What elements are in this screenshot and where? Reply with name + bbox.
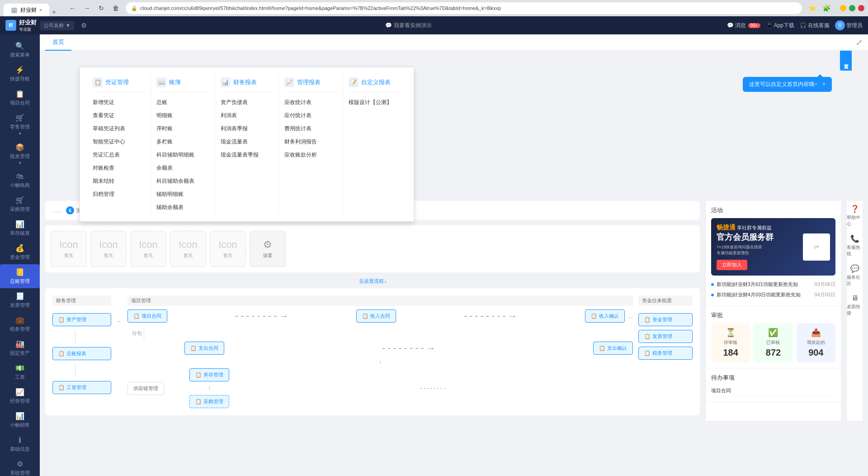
sidebar-item-ecommerce[interactable]: 🛍 小畅电商 — [0, 169, 40, 192]
join-button[interactable]: 立即加入 — [717, 260, 747, 270]
forward-button[interactable]: → — [80, 2, 93, 14]
rs-desktop[interactable]: 🖥 桌面快捷 — [847, 294, 863, 316]
rs-hotline[interactable]: 📞 客服热线 — [847, 234, 863, 257]
menu-item-balance-sheet[interactable]: 资产负债表 — [221, 96, 273, 109]
back-button[interactable]: ← — [66, 2, 79, 14]
income-contract-box[interactable]: 📋 收入合同 — [356, 309, 396, 323]
sidebar-item-operations[interactable]: 📈 经营管理 — [0, 384, 40, 408]
menu-item-detail-ledger[interactable]: 明细账 — [156, 109, 209, 122]
invoice-mgmt-box[interactable]: 📋 发票管理 — [638, 330, 693, 343]
purchase-box[interactable]: 📋 采购管理 — [189, 395, 229, 408]
menu-item-aux-balance[interactable]: 辅助余额表 — [156, 201, 209, 214]
user-menu[interactable]: 管 管理员 — [835, 20, 863, 30]
fund-mgmt-box[interactable]: 📋 资金管理 — [638, 313, 693, 326]
menu-item-period-end[interactable]: 期末结转 — [93, 175, 145, 188]
menu-item-sequential[interactable]: 序时账 — [156, 122, 209, 135]
active-tab[interactable]: 🏢 好业财 × — [4, 4, 49, 16]
bookmark-button[interactable]: ⭐ — [806, 2, 818, 14]
icon-cell-2[interactable]: Icon 暂无 — [90, 231, 127, 267]
tab-home[interactable]: 首页 — [45, 34, 71, 51]
online-service-button[interactable]: 🎧 在线客服 — [800, 22, 830, 29]
menu-item-income-statement[interactable]: 利润表 — [221, 109, 273, 122]
expense-contract-box[interactable]: 📋 支出合同 — [184, 342, 224, 355]
minimize-button[interactable] — [840, 5, 846, 11]
sidebar-item-system[interactable]: ⚙ 系统管理 — [0, 456, 40, 476]
menu-item-cash-flow-quarterly[interactable]: 现金流量表季报 — [221, 148, 273, 162]
expand-icon[interactable]: ⤢ — [856, 38, 863, 48]
menu-item-smart-voucher[interactable]: 智能凭证中心 — [93, 135, 145, 148]
close-button[interactable] — [858, 5, 864, 11]
approval-card-pending[interactable]: ⏳ 待审核 184 — [711, 323, 750, 362]
menu-item-subject-balance[interactable]: 科目辅助余额表 — [156, 175, 209, 188]
tax-mgmt-box[interactable]: 📋 税务管理 — [638, 347, 693, 360]
menu-item-income-quarterly[interactable]: 利润表季报 — [221, 122, 273, 135]
menu-item-ar-analysis[interactable]: 应收账款分析 — [284, 148, 337, 162]
address-bar[interactable]: 🔒 cloud.chanjet.com/cc/u6d89qwnryel/57bf… — [126, 2, 802, 14]
expense-confirm-box[interactable]: 📋 支出确认 — [593, 342, 633, 355]
inventory-box[interactable]: 📋 库存管理 — [189, 368, 229, 381]
menu-item-reconcile[interactable]: 对账检查 — [93, 162, 145, 175]
menu-item-archive[interactable]: 归档管理 — [93, 188, 145, 201]
home-button[interactable]: 🗑 — [109, 2, 122, 14]
sidebar-item-project-contract[interactable]: 📋 项目合同 — [0, 86, 40, 110]
menu-item-draft-voucher[interactable]: 草稿凭证列表 — [93, 122, 145, 135]
menu-item-balance[interactable]: 余额表 — [156, 162, 209, 175]
maximize-button[interactable] — [849, 5, 855, 11]
payroll-box[interactable]: 📋 工资管理 — [52, 381, 111, 394]
tab-close-button[interactable]: × — [39, 8, 42, 13]
sidebar-item-inventory[interactable]: 📊 库存核算 — [0, 216, 40, 240]
general-ledger-box[interactable]: 📋 总账报表 — [52, 347, 111, 360]
sidebar-item-fund[interactable]: 💰 资金管理 — [0, 240, 40, 264]
company-selector[interactable]: 公司名称 ▼ — [40, 21, 74, 30]
icon-cell-5[interactable]: Icon 暂无 — [210, 231, 246, 267]
asset-box[interactable]: 📋 资产管理 — [52, 313, 111, 326]
icon-cell-4[interactable]: Icon 暂无 — [170, 231, 206, 267]
project-contract-box[interactable]: 📋 项目合同 — [127, 309, 167, 323]
menu-item-cash-flow[interactable]: 现金流量表 — [221, 135, 273, 148]
menu-item-new-voucher[interactable]: 新增凭证 — [93, 96, 145, 109]
sidebar-item-purchase[interactable]: 🛒 采购管理 — [0, 192, 40, 216]
menu-item-multi-column[interactable]: 多栏账 — [156, 135, 209, 148]
news-item-1[interactable]: 新功能|好业财3月6日功能更新抢先知 03月06日 — [711, 279, 835, 290]
sidebar-item-fixed-assets[interactable]: 🏭 固定资产 — [0, 336, 40, 360]
sidebar-item-payroll[interactable]: 💵 工资 — [0, 360, 40, 384]
sidebar-item-retail[interactable]: 🛒 零售管理 ▼ — [0, 110, 40, 139]
extensions-button[interactable]: 🧩 — [820, 2, 833, 14]
sidebar-item-wholesale[interactable]: 📦 批发管理 ▼ — [0, 139, 40, 169]
tooltip-close-button[interactable]: × — [822, 81, 826, 87]
sidebar-item-search[interactable]: 🔍 搜索菜单 — [0, 38, 40, 62]
go-setup-link[interactable]: 去设置流程 › — [359, 278, 387, 285]
menu-item-subject-detail[interactable]: 科目辅助明细账 — [156, 148, 209, 162]
menu-item-profit-report[interactable]: 财务利润报告 — [284, 135, 337, 148]
menu-item-view-voucher[interactable]: 查看凭证 — [93, 109, 145, 122]
sidebar-item-general-ledger[interactable]: 📒 总账管理 — [0, 264, 40, 288]
income-confirm-box[interactable]: 📋 收入确认 — [585, 309, 625, 323]
approval-card-approved[interactable]: ✅ 已审核 872 — [754, 323, 793, 362]
menu-item-expense-stats[interactable]: 费用统计表 — [284, 122, 337, 135]
app-download-button[interactable]: 📱 App下载 — [766, 22, 794, 29]
sidebar-item-basic-info[interactable]: ℹ 基础信息 — [0, 432, 40, 456]
sidebar-item-sales[interactable]: 📊 小畅销售 — [0, 408, 40, 432]
pc-icon: 📋 — [133, 313, 140, 319]
demo-link[interactable]: 💬 我要看实例演示 — [385, 22, 432, 29]
menu-item-ap-stats[interactable]: 应付统计表 — [284, 109, 337, 122]
sidebar-item-invoice[interactable]: 🧾 发票管理 — [0, 288, 40, 312]
menu-item-voucher-summary[interactable]: 凭证汇总表 — [93, 148, 145, 162]
settings-button[interactable]: ⚙ — [78, 19, 90, 32]
rs-community[interactable]: 💬 服务社区 — [847, 264, 863, 287]
reload-button[interactable]: ↻ — [95, 2, 108, 14]
menu-item-ar-stats[interactable]: 应收统计表 — [284, 96, 337, 109]
icon-cell-3[interactable]: Icon 暂无 — [130, 231, 166, 267]
icon-cell-1[interactable]: Icon 暂无 — [51, 231, 87, 267]
menu-item-template-design[interactable]: 模版设计【公测】 — [349, 96, 401, 109]
menu-item-general-ledger[interactable]: 总账 — [156, 96, 209, 109]
approval-card-sent[interactable]: 📤 我发起的 904 — [797, 323, 835, 362]
icon-cell-settings[interactable]: ⚙ 设置 — [250, 231, 286, 267]
sidebar-item-tax[interactable]: 💼 税务管理 — [0, 312, 40, 336]
new-tab-button[interactable]: + — [49, 8, 59, 16]
todo-item-1[interactable]: 项目合同 — [711, 386, 835, 396]
messages-button[interactable]: 💬 消息 99+ — [727, 22, 760, 29]
sidebar-item-quick-nav[interactable]: ⚡ 快捷导航 — [0, 62, 40, 86]
menu-item-aux-detail[interactable]: 辅助明细账 — [156, 188, 209, 201]
news-item-2[interactable]: 新功能|好业财4月03日功能更新抢先知 04月03日 — [711, 290, 835, 300]
